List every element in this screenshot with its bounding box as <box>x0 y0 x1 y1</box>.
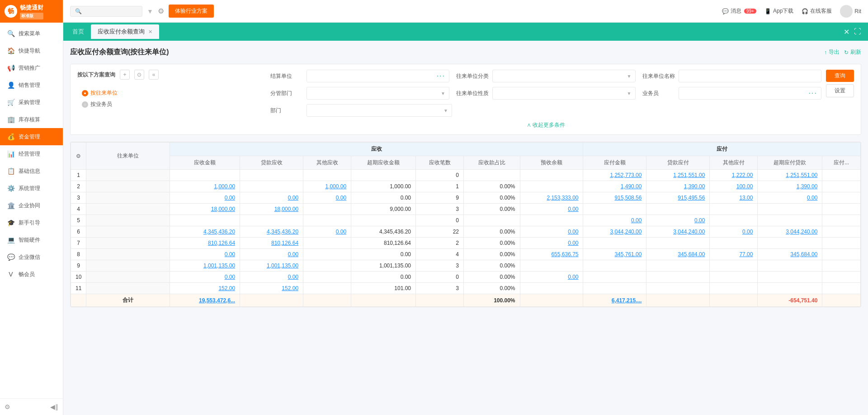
sidebar-item-guide[interactable]: 🎓新手引导 <box>0 214 63 231</box>
row-unit <box>86 226 170 238</box>
row-ar-loan: 152.00 <box>240 283 303 294</box>
scheme-by-unit[interactable]: ● 按往来单位 <box>77 87 261 99</box>
row-ar-ratio: 0.00% <box>464 238 520 249</box>
row-ap-loan <box>646 272 710 283</box>
refresh-icon: ↻ <box>844 49 849 56</box>
tab-query[interactable]: 应收应付余额查询 ✕ <box>91 24 159 39</box>
sidebar-item-purchase[interactable]: 🛒采购管理 <box>0 94 63 111</box>
th-ar-amount: 应收金额 <box>170 156 240 170</box>
dept2-select[interactable]: ▼ <box>307 104 452 117</box>
row-ap-other <box>710 204 758 215</box>
tab-close-window-icon[interactable]: ✕ <box>844 28 849 36</box>
unit-nature-chevron: ▼ <box>627 91 632 96</box>
setting-btn[interactable]: 设置 <box>826 84 854 97</box>
sidebar-label-sales: 销售管理 <box>19 81 40 89</box>
footer-empty3 <box>303 294 351 307</box>
row-ap-loan <box>646 204 710 215</box>
row-ar-ratio <box>464 170 520 181</box>
sidebar-item-marketing[interactable]: 📢营销推广 <box>0 59 63 76</box>
tab-home[interactable]: 首页 <box>66 24 91 39</box>
settlement-unit-input[interactable]: ··· <box>307 70 450 82</box>
marketing-icon: 📢 <box>7 64 15 72</box>
sidebar-label-inventory: 库存核算 <box>19 116 40 124</box>
sidebar-item-basic-info[interactable]: 📋基础信息 <box>0 162 63 180</box>
export-btn[interactable]: ↑ 导出 <box>824 48 840 56</box>
sidebar-item-operations[interactable]: 📊经营管理 <box>0 145 63 162</box>
footer-ar-total[interactable]: 19,553,472,6... <box>170 294 240 307</box>
scheme-by-salesman[interactable]: ○ 按业务员 <box>77 99 261 110</box>
row-ar-loan: 810,126.64 <box>240 238 303 249</box>
unit-name-input[interactable] <box>679 70 822 82</box>
refresh-btn[interactable]: ↻ 刷新 <box>844 48 861 56</box>
trial-btn[interactable]: 体验行业方案 <box>169 5 214 18</box>
footer-empty1 <box>71 294 86 307</box>
sidebar-bottom: ⚙ ◀∥ <box>0 398 63 415</box>
sidebar-label-hardware: 智能硬件 <box>19 236 40 244</box>
messages-btn[interactable]: 💬 消息 99+ <box>722 7 756 15</box>
unit-nature-select[interactable]: ▼ <box>492 87 636 100</box>
row-ap-more <box>822 215 861 226</box>
row-ar-overdue: 810,126.64 <box>351 238 416 249</box>
unit-name-label: 往来单位名称 <box>642 72 679 80</box>
footer-empty9 <box>822 294 861 307</box>
row-unit <box>86 215 170 226</box>
row-unit <box>86 283 170 294</box>
table-settings-icon[interactable]: ⚙ <box>76 153 81 159</box>
row-unit <box>86 249 170 260</box>
topbar-left: 🔍 ▼ ⚙ 体验行业方案 <box>70 5 214 18</box>
sidebar-item-capital[interactable]: 💰资金管理 <box>0 128 63 145</box>
sidebar-item-member[interactable]: V畅会员 <box>0 266 63 283</box>
filter-add-btn[interactable]: + <box>120 70 130 80</box>
topbar-search-box[interactable]: 🔍 <box>70 6 142 17</box>
sidebar-item-wechat[interactable]: 💬企业微信 <box>0 248 63 266</box>
salesman-input[interactable]: ··· <box>679 87 822 100</box>
footer-ap-total[interactable]: 6,417,215.... <box>583 294 646 307</box>
sidebar-item-system[interactable]: ⚙️系统管理 <box>0 180 63 197</box>
topbar-gear-icon[interactable]: ⚙ <box>158 7 164 15</box>
tab-maximize-icon[interactable]: ⛶ <box>854 28 861 36</box>
data-table-wrapper: ⚙ 往来单位 应收 应付 应收金额 贷款应收 其他应收 超期应收金额 <box>70 142 861 307</box>
sidebar-item-search-menu[interactable]: 🔍搜索菜单 <box>0 25 63 42</box>
query-btn[interactable]: 查询 <box>826 70 854 82</box>
row-ap-other <box>710 238 758 249</box>
row-ar-overdue: 0.00 <box>351 192 416 204</box>
row-ap-amount: 915,508.56 <box>583 192 646 204</box>
row-ar-count: 4 <box>416 249 464 260</box>
sidebar-item-hardware[interactable]: 💻智能硬件 <box>0 231 63 248</box>
row-ar-other <box>303 249 351 260</box>
row-ar-count: 0 <box>416 215 464 226</box>
online-service-btn[interactable]: 🎧 在线客服 <box>802 7 832 15</box>
filter-collapse-btn[interactable]: ∧ 收起更多条件 <box>270 121 822 129</box>
sidebar: 畅 畅捷通财 标准版 🔍搜索菜单🏠快捷导航📢营销推广👤销售管理🛒采购管理🏢库存核… <box>0 0 63 415</box>
filter-collapse-btn[interactable]: « <box>149 70 159 80</box>
row-prepay <box>520 260 583 272</box>
th-settings[interactable]: ⚙ <box>71 143 86 170</box>
sidebar-settings-btn[interactable]: ⚙ <box>5 403 10 410</box>
row-ap-overdue <box>758 238 822 249</box>
footer-ar-ratio: 100.00% <box>464 294 520 307</box>
salesman-label: 业务员 <box>642 90 679 97</box>
th-prepay: 预收余额 <box>520 156 583 170</box>
th-ap-overdue: 超期应付贷款 <box>758 156 822 170</box>
row-ap-other <box>710 272 758 283</box>
app-download-btn[interactable]: 📱 App下载 <box>764 7 793 15</box>
sidebar-collapse-btn[interactable]: ◀∥ <box>50 403 58 410</box>
tab-close-icon[interactable]: ✕ <box>148 29 152 35</box>
row-ar-count: 0 <box>416 170 464 181</box>
topbar: 🔍 ▼ ⚙ 体验行业方案 💬 消息 99+ 📱 App下载 🎧 <box>63 0 868 23</box>
sidebar-item-enterprise[interactable]: 🏛️企业协同 <box>0 197 63 214</box>
user-info[interactable]: Rit <box>840 5 861 18</box>
dept-select[interactable]: ▼ <box>307 87 450 100</box>
filter-row-3: 部门 ▼ <box>270 104 822 117</box>
filter-settings-btn[interactable]: ⊙ <box>134 70 144 80</box>
row-ap-more <box>822 192 861 204</box>
row-ar-ratio: 0.00% <box>464 283 520 294</box>
row-ar-ratio: 0.00% <box>464 192 520 204</box>
sidebar-item-sales[interactable]: 👤销售管理 <box>0 76 63 94</box>
sidebar-item-quick-nav[interactable]: 🏠快捷导航 <box>0 42 63 59</box>
row-unit <box>86 192 170 204</box>
unit-category-select[interactable]: ▼ <box>492 70 636 82</box>
row-ar-ratio: 0.00% <box>464 181 520 192</box>
sidebar-item-inventory[interactable]: 🏢库存核算 <box>0 111 63 128</box>
topbar-dropdown-icon[interactable]: ▼ <box>147 8 153 15</box>
